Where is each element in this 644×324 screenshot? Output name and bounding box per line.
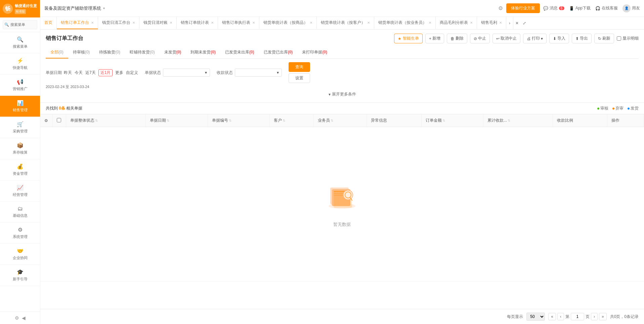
tab-sales-stats[interactable]: 销售订单统计表✕: [177, 17, 218, 29]
tab-close-sales-stats[interactable]: ✕: [211, 21, 214, 25]
sidebar-collapse-btn[interactable]: ◀: [22, 315, 26, 321]
tab-sales-stats-product[interactable]: 销货单统计表（按商品）✕: [259, 17, 317, 29]
sort-icon-amount[interactable]: ⇅: [442, 119, 445, 122]
result-action-ship[interactable]: 发货: [628, 106, 639, 111]
topbar-settings-icon[interactable]: ⚙: [498, 5, 503, 11]
search-menu-button[interactable]: 🔍 搜索菜单: [3, 20, 37, 29]
sidebar-item-quicknav[interactable]: ⚡快捷导航: [0, 53, 40, 75]
date-opt-更多[interactable]: 更多: [115, 70, 123, 76]
col-number[interactable]: 单据编号⇅: [208, 114, 269, 127]
date-opt-自定义[interactable]: 自定义: [126, 70, 138, 76]
industry-btn[interactable]: 体验行业方案: [506, 3, 540, 13]
sidebar-item-sales[interactable]: 📊销售管理: [0, 96, 40, 117]
sidebar-item-marketing[interactable]: 📢营销推广: [0, 75, 40, 96]
sidebar-item-operations[interactable]: 📈经营管理: [0, 180, 40, 202]
first-page-btn[interactable]: «: [548, 313, 556, 320]
select-all-checkbox[interactable]: [57, 118, 61, 122]
export-btn[interactable]: ⬆ 导出: [572, 34, 592, 43]
tab-close-product-margin[interactable]: ✕: [470, 21, 473, 25]
status-select[interactable]: ▾: [163, 69, 210, 77]
col-abnormal[interactable]: 异常信息: [367, 114, 421, 127]
per-page-select[interactable]: 102050100: [526, 313, 545, 321]
date-opt-近1月[interactable]: 近1月: [98, 69, 113, 76]
print-btn[interactable]: 🖨 打印 ▾: [523, 34, 547, 43]
tabbar-expand-btn[interactable]: ⤢: [521, 17, 528, 29]
col-staff[interactable]: 业务员⇅: [314, 114, 367, 127]
subtab-not-printed[interactable]: 未打印单据(0): [297, 47, 332, 58]
sidebar-item-search[interactable]: 🔍搜索菜单: [0, 32, 40, 53]
user-menu-btn[interactable]: 👤 用友: [622, 4, 640, 12]
subtab-not-shipped[interactable]: 未发货(0): [160, 47, 186, 58]
sidebar-item-inventory[interactable]: 📦库存核算: [0, 138, 40, 159]
col-customer[interactable]: 客户⇅: [270, 114, 314, 127]
sort-icon-number[interactable]: ⇅: [229, 119, 231, 122]
add-btn[interactable]: + 新增: [425, 34, 444, 43]
app-download-btn[interactable]: 📱 App下载: [569, 5, 591, 11]
tab-close-sales-more[interactable]: ✕: [499, 21, 502, 25]
result-action-cancel-review[interactable]: 弃审: [612, 106, 624, 111]
query-btn[interactable]: 查询: [289, 62, 310, 72]
last-page-btn[interactable]: »: [599, 313, 607, 320]
sidebar-item-system[interactable]: ⚙系统管理: [0, 222, 40, 244]
tab-close-sales-stats-product[interactable]: ✕: [310, 21, 312, 25]
col-settings-icon[interactable]: ⚙: [44, 118, 48, 123]
tab-close-sales-workbench[interactable]: ✕: [91, 21, 94, 25]
subtab-pending-review[interactable]: 待审核(0): [68, 47, 95, 58]
sidebar-item-basic[interactable]: 🗂基础信息: [0, 202, 40, 222]
tab-close-sales-stats-staff[interactable]: ✕: [429, 21, 431, 25]
sort-icon-date[interactable]: ⇅: [167, 119, 169, 122]
date-opt-今天[interactable]: 今天: [75, 70, 83, 76]
col-date[interactable]: 单据日期⇅: [146, 114, 208, 127]
refresh-btn[interactable]: ↻ 刷新: [594, 34, 614, 43]
payment-select[interactable]: ▾: [235, 69, 282, 77]
subtab-pending-inspection[interactable]: 待拣验货(0): [94, 47, 125, 58]
tab-home[interactable]: 首页: [40, 17, 57, 29]
tab-sales-stats-customer[interactable]: 销货单统计表（按客户）✕: [317, 17, 374, 29]
tabbar-pin-btn[interactable]: ✕: [513, 17, 521, 29]
tab-sales-stats-staff[interactable]: 销货单统计表（按业务员）✕: [374, 17, 436, 29]
subtab-shipped-out[interactable]: 已发货已出库(0): [259, 47, 298, 58]
col-status[interactable]: 单据整体状态⇅: [66, 114, 146, 127]
smart-create-btn[interactable]: ★ 智能生单: [394, 34, 423, 43]
show-detail-checkbox-label[interactable]: 显示明细: [617, 36, 639, 41]
expand-filter-btn[interactable]: ▾ 展开更多条件: [46, 89, 639, 99]
filter-setting-btn[interactable]: 设置: [289, 73, 310, 83]
tab-product-margin[interactable]: 商品毛利分析表✕: [436, 17, 477, 29]
subtab-all[interactable]: 全部(0): [46, 47, 68, 58]
tab-cash-reconcile[interactable]: 钱货日清对账✕: [139, 17, 177, 29]
import-btn[interactable]: ⬇ 导入: [549, 34, 569, 43]
message-btn[interactable]: 💬 消息 6: [543, 5, 564, 11]
sidebar-item-purchase[interactable]: 🛒采购管理: [0, 117, 40, 138]
next-page-btn[interactable]: ›: [591, 313, 598, 320]
sort-icon-customer[interactable]: ⇅: [283, 119, 285, 122]
sidebar-item-finance[interactable]: 💰资金管理: [0, 159, 40, 180]
col-amount[interactable]: 订单金额⇅: [421, 114, 483, 127]
sidebar-item-enterprise[interactable]: 🤝企业协同: [0, 244, 40, 265]
stop-btn[interactable]: ⊘ 中止: [470, 34, 490, 43]
show-detail-checkbox[interactable]: [617, 36, 621, 41]
date-opt-近7天[interactable]: 近7天: [85, 70, 96, 76]
tab-close-sales-exec[interactable]: ✕: [252, 21, 255, 25]
page-input[interactable]: [571, 313, 584, 320]
tab-close-sales-stats-customer[interactable]: ✕: [367, 21, 370, 25]
sort-icon-collected[interactable]: ⇅: [508, 119, 510, 122]
tabbar-more-btn[interactable]: ›: [506, 17, 513, 29]
subtab-expired-not-shipped[interactable]: 到期未发货(0): [186, 47, 220, 58]
sidebar-item-guide[interactable]: 🎓新手引导: [0, 265, 40, 286]
sort-icon-staff[interactable]: ⇅: [331, 119, 333, 122]
prev-page-btn[interactable]: ‹: [557, 313, 564, 320]
col-ratio[interactable]: 收款比例: [553, 114, 607, 127]
sort-icon-status[interactable]: ⇅: [95, 119, 98, 122]
result-action-review[interactable]: 审核: [597, 106, 608, 111]
online-service-btn[interactable]: 🎧 在线客服: [595, 5, 618, 11]
tab-sales-more[interactable]: 销售毛利✕: [477, 17, 506, 29]
tab-close-cash-daily[interactable]: ✕: [132, 21, 135, 25]
tab-close-cash-reconcile[interactable]: ✕: [170, 21, 172, 25]
subtab-shipped-not-out[interactable]: 已发货未出库(0): [220, 47, 259, 58]
col-operation[interactable]: 操作: [607, 114, 644, 127]
tab-cash-daily[interactable]: 钱货日清工作台✕: [98, 17, 139, 29]
delete-btn[interactable]: 🗑 删除: [447, 34, 467, 43]
tab-sales-workbench[interactable]: 销售订单工作台✕: [57, 17, 98, 29]
col-collected[interactable]: 累计收款...⇅: [483, 114, 553, 127]
tab-sales-exec[interactable]: 销售订单执行表✕: [218, 17, 259, 29]
